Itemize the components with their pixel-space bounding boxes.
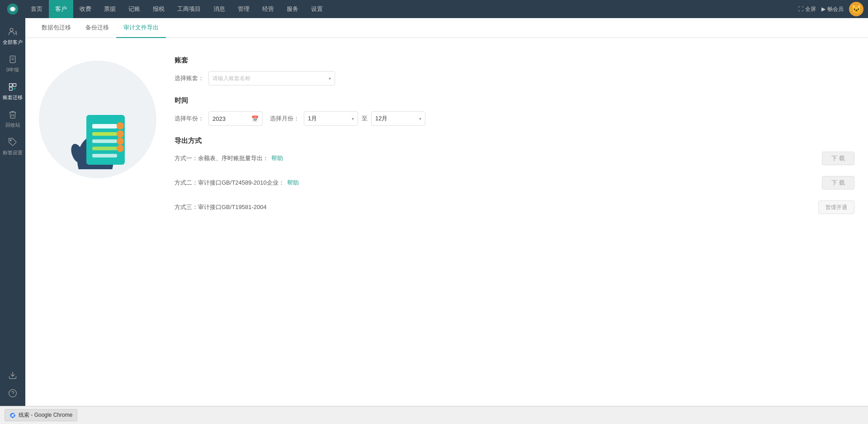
trash-icon <box>8 110 17 120</box>
export-method-2-download-button[interactable]: 下 载 <box>822 176 854 190</box>
svg-point-11 <box>9 390 17 397</box>
users-icon <box>8 27 17 37</box>
svg-rect-8 <box>9 87 13 91</box>
top-navigation: 首页 客户 收费 票据 记账 报税 工商项目 消息 管理 经营 服务 设置 ⛶ … <box>0 0 868 18</box>
nav-tax[interactable]: 报税 <box>146 0 171 18</box>
export-method-1-label-area: 方式一：余额表、序时账批量导出： 帮助 <box>175 154 283 162</box>
illustration-circle <box>39 61 156 178</box>
taskbar-chrome-item[interactable]: 线索 - Google Chrome <box>5 409 77 421</box>
tab-data-migration[interactable]: 数据包迁移 <box>34 18 78 38</box>
account-section-title: 账套 <box>175 56 854 65</box>
svg-rect-17 <box>92 132 117 136</box>
vip-icon: ▶ <box>821 6 826 12</box>
tag-icon <box>8 138 17 148</box>
svg-rect-3 <box>10 56 15 63</box>
year-select-label: 选择年份： <box>175 114 204 123</box>
svg-rect-18 <box>92 139 117 143</box>
export-method-1-help-link[interactable]: 帮助 <box>271 154 283 162</box>
export-method-1-download-button[interactable]: 下 载 <box>822 152 854 165</box>
export-method-2-help-link[interactable]: 帮助 <box>287 179 299 187</box>
end-month-value: 12月 <box>375 114 387 123</box>
svg-rect-7 <box>13 84 16 87</box>
export-method-2-row: 方式二：审计接口GB/T24589-2010企业： 帮助 下 载 <box>175 176 854 190</box>
taskbar-item-label: 线索 - Google Chrome <box>19 411 72 419</box>
nav-settings[interactable]: 设置 <box>305 0 329 18</box>
svg-point-22 <box>117 130 124 138</box>
content-area: 数据包迁移 备份迁移 审计文件导出 <box>25 18 868 406</box>
illustration-svg <box>52 70 143 169</box>
account-select-dropdown[interactable]: 请输入账套名称 ▾ <box>208 71 335 86</box>
export-method-3-row: 方式三：审计接口GB/T19581-2004 暂缓开通 <box>175 200 854 214</box>
start-month-chevron-icon: ▾ <box>352 116 354 121</box>
sidebar-item-migration[interactable]: 账套迁移 <box>0 78 25 105</box>
nav-operation[interactable]: 经营 <box>256 0 280 18</box>
nav-invoice[interactable]: 票据 <box>98 0 122 18</box>
sidebar-download-item[interactable] <box>0 367 25 383</box>
month-select-label: 选择月份： <box>270 114 299 123</box>
nav-message[interactable]: 消息 <box>207 0 231 18</box>
account-select-label: 选择账套： <box>175 74 204 82</box>
vip-button[interactable]: ▶ 畅会员 <box>821 5 844 13</box>
svg-point-23 <box>117 138 124 145</box>
end-month-chevron-icon: ▾ <box>419 116 421 121</box>
year-value: 2023 <box>212 115 226 122</box>
chrome-icon <box>9 412 16 419</box>
start-month-dropdown[interactable]: 1月 ▾ <box>304 111 358 126</box>
fullscreen-icon: ⛶ <box>798 6 803 12</box>
svg-rect-20 <box>92 154 117 157</box>
time-row: 选择年份： 2023 📅 选择月份： 1月 ▾ 至 12月 ▾ <box>175 111 854 126</box>
migration-icon <box>8 82 17 92</box>
end-month-dropdown[interactable]: 12月 ▾ <box>371 111 425 126</box>
illustration-area <box>39 52 156 392</box>
tab-backup-migration[interactable]: 备份迁移 <box>78 18 116 38</box>
account-select-row: 选择账套： 请输入账套名称 ▾ <box>175 71 854 86</box>
fullscreen-button[interactable]: ⛶ 全屏 <box>798 5 816 13</box>
export-method-1-label: 方式一：余额表、序时账批量导出： <box>175 154 269 162</box>
export-method-3-coming-soon-button: 暂缓开通 <box>818 200 854 214</box>
sidebar-item-zero-declare[interactable]: 0申报 <box>0 50 25 78</box>
svg-rect-16 <box>92 124 117 129</box>
tab-bar: 数据包迁移 备份迁移 审计文件导出 <box>25 18 868 38</box>
app-logo <box>5 1 21 17</box>
sidebar-item-tag-settings[interactable]: 标签设置 <box>0 133 25 161</box>
time-section-title: 时间 <box>175 96 854 105</box>
account-select-placeholder: 请输入账套名称 <box>212 75 250 82</box>
nav-right-area: ⛶ 全屏 ▶ 畅会员 🐱 <box>798 2 863 16</box>
svg-point-1 <box>11 7 15 11</box>
sidebar-bottom <box>0 367 25 406</box>
form-area: 账套 选择账套： 请输入账套名称 ▾ 时间 选择年份： 2023 📅 <box>175 52 854 392</box>
export-method-3-label: 方式三：审计接口GB/T19581-2004 <box>175 203 267 211</box>
export-method-3-label-area: 方式三：审计接口GB/T19581-2004 <box>175 203 267 211</box>
nav-manage[interactable]: 管理 <box>231 0 256 18</box>
svg-point-2 <box>10 29 13 32</box>
nav-items: 首页 客户 收费 票据 记账 报税 工商项目 消息 管理 经营 服务 设置 <box>24 0 798 18</box>
nav-service[interactable]: 服务 <box>280 0 305 18</box>
tab-audit-export[interactable]: 审计文件导出 <box>116 18 166 38</box>
sidebar-item-all-customers[interactable]: 全部客户 <box>0 23 25 50</box>
sidebar-item-tag-settings-label: 标签设置 <box>3 149 23 156</box>
user-avatar[interactable]: 🐱 <box>849 2 863 16</box>
calendar-icon: 📅 <box>251 115 259 122</box>
nav-business[interactable]: 工商项目 <box>171 0 207 18</box>
page-content: 账套 选择账套： 请输入账套名称 ▾ 时间 选择年份： 2023 📅 <box>25 38 868 406</box>
svg-rect-6 <box>9 84 13 87</box>
svg-rect-19 <box>92 147 117 150</box>
svg-point-24 <box>117 145 124 152</box>
sidebar-item-zero-declare-label: 0申报 <box>6 67 19 73</box>
export-method-1-row: 方式一：余额表、序时账批量导出： 帮助 下 载 <box>175 152 854 165</box>
nav-billing[interactable]: 收费 <box>73 0 98 18</box>
export-section-title: 导出方式 <box>175 137 854 145</box>
sidebar: 全部客户 0申报 账套迁移 <box>0 18 25 406</box>
nav-customer[interactable]: 客户 <box>49 0 73 18</box>
nav-bookkeeping[interactable]: 记账 <box>122 0 146 18</box>
chevron-down-icon: ▾ <box>329 76 331 81</box>
to-label: 至 <box>362 114 368 123</box>
taskbar: 线索 - Google Chrome <box>0 406 868 424</box>
nav-home[interactable]: 首页 <box>24 0 49 18</box>
export-method-2-label: 方式二：审计接口GB/T24589-2010企业： <box>175 179 284 187</box>
year-select-input[interactable]: 2023 📅 <box>208 111 263 126</box>
document-icon <box>8 55 17 65</box>
sidebar-help-item[interactable] <box>0 385 25 401</box>
sidebar-item-recycle[interactable]: 回收站 <box>0 105 25 133</box>
svg-point-9 <box>10 140 12 141</box>
